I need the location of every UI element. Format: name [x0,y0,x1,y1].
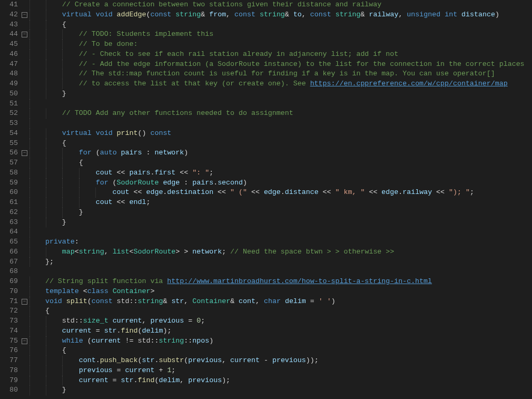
code-line[interactable]: // The std::map function count is useful… [28,69,532,79]
code-line[interactable]: for (SodorRoute edge : pairs.second) [28,178,532,188]
code-token: string [260,11,285,18]
code-line[interactable]: // - Check to see if each rail station a… [28,50,532,60]
code-token: distance [285,188,319,196]
code-token: , [142,317,151,325]
code-line[interactable]: } [28,385,532,395]
code-line[interactable]: current = str.find(delim); [28,326,532,336]
indent-guide [62,30,63,40]
code-token: :: [184,337,192,345]
code-token: railway [369,11,399,18]
line-number: 73 [0,316,18,326]
code-line[interactable]: while (current != std::string::npos) [28,336,532,346]
code-line[interactable]: cont.push_back(str.substr(previous, curr… [28,356,532,366]
indent-guide [29,385,30,395]
code-line[interactable]: map<string, list<SodorRoute> > network; … [28,247,532,257]
indent-guide [46,188,46,198]
indent-guide [62,366,63,376]
indent-guide [29,257,30,267]
code-line[interactable]: { [28,158,532,168]
code-token: ) [495,11,499,18]
fold-toggle-icon[interactable]: − [22,338,27,344]
code-line[interactable]: virtual void addEdge(const string& from,… [28,10,532,20]
code-line[interactable]: { [28,20,532,30]
code-line[interactable] [28,267,532,277]
code-token: // TODO: Students implement this [79,30,213,38]
code-line[interactable]: // TODO Add any other functions needed t… [28,109,532,119]
fold-toggle-icon[interactable]: − [22,32,27,37]
code-line[interactable]: // Create a connection between two stati… [28,0,532,10]
indent-guide [46,178,46,188]
code-line[interactable]: }; [28,257,532,267]
code-token: ( [87,297,92,305]
code-token: const [234,11,255,18]
code-token: Container [113,287,151,295]
code-line[interactable]: std::size_t current, previous = 0; [28,316,532,326]
indent-guide [62,168,63,178]
code-token: pairs [121,149,142,157]
code-line[interactable]: cout << endl; [28,198,532,208]
indent-guide [29,198,30,208]
code-token: string [175,11,201,18]
code-token: ) [331,297,336,305]
fold-toggle-icon[interactable]: − [22,12,27,18]
code-token: . [96,356,100,364]
code-line[interactable] [28,119,532,129]
code-line[interactable]: { [28,139,532,149]
code-token: edge [381,188,398,196]
code-token [255,11,260,18]
indent-guide [46,366,46,376]
code-line[interactable]: cout << pairs.first << ": "; [28,168,532,178]
indent-guide [29,99,30,109]
code-line[interactable]: { [28,306,532,316]
line-number: 41 [0,0,18,10]
code-token: , [184,297,192,305]
code-line[interactable]: // String split function via http://www.… [28,277,532,287]
code-line[interactable]: for (auto pairs : network) [28,148,532,158]
code-line[interactable]: } [28,218,532,228]
code-editor[interactable]: 4142434445464748495051525354555657585960… [0,0,532,399]
code-line[interactable]: virtual void print() const [28,129,532,139]
line-number: 48 [0,69,18,79]
code-line[interactable]: void split(const std::string& str, Conta… [28,297,532,307]
code-area[interactable]: // Create a connection between two stati… [28,0,532,399]
code-token: cout [96,169,113,177]
code-token: network [192,248,222,256]
indent-guide [46,158,46,168]
code-line[interactable]: // TODO: Students implement this [28,30,532,40]
code-line[interactable]: template <class Container> [28,287,532,297]
code-line[interactable] [28,227,532,237]
fold-column[interactable]: −−−−− [21,0,28,399]
code-line[interactable]: } [28,89,532,99]
code-token: , [104,248,113,256]
code-token: string [159,337,184,345]
indent-guide [46,148,46,158]
code-token [28,297,45,305]
indent-guide [29,119,30,129]
fold-toggle-icon[interactable]: − [22,150,27,156]
code-line[interactable]: private: [28,237,532,247]
code-token: print [117,129,138,137]
code-token: , [180,376,188,384]
code-line[interactable]: // - Add the edge information (a SodorRo… [28,60,532,70]
code-line[interactable]: // to access the list at that key (or cr… [28,79,532,89]
indent-guide [29,247,30,257]
fold-toggle-icon[interactable]: − [22,299,27,305]
code-token: // Create a connection between two stati… [62,1,381,8]
code-token: ) [243,179,247,187]
code-token: :: [150,337,159,345]
code-line[interactable]: current = str.find(delim, previous); [28,376,532,386]
code-line[interactable] [28,99,532,109]
code-line[interactable]: cout << edge.destination << " (" << edge… [28,188,532,198]
code-token: delim [285,297,306,305]
code-token: list [113,248,130,256]
code-token: = [113,366,125,374]
code-line[interactable]: { [28,346,532,356]
indent-guide [46,10,46,20]
code-line[interactable]: } [28,208,532,218]
code-token: private [45,238,75,246]
code-line[interactable]: previous = current + 1; [28,366,532,376]
code-token: for [96,179,109,187]
indent-guide [29,366,30,376]
code-line[interactable]: // To be done: [28,40,532,50]
line-number: 69 [0,277,18,287]
